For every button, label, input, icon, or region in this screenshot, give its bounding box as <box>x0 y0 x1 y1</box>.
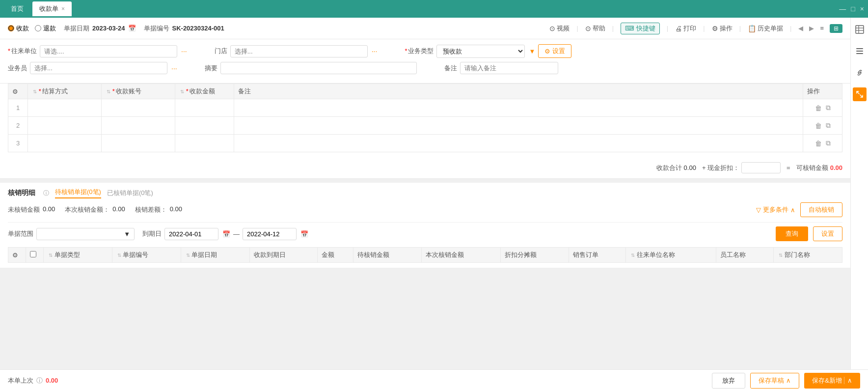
staff-label: 业务员 <box>8 64 27 73</box>
shortcut-btn[interactable]: ⌨ 快捷键 <box>621 23 660 34</box>
history-btn[interactable]: 📋 历史单据 <box>748 24 783 33</box>
settlement-cell-1[interactable] <box>28 99 102 117</box>
doc-num-field: 单据编号 SK-20230324-001 <box>144 24 224 33</box>
copy-row-2-btn[interactable]: ⧉ <box>826 121 831 130</box>
action-col-header: 操作 <box>803 84 842 99</box>
remark-label: 摘要 <box>205 64 217 73</box>
row-num-2: 2 <box>8 117 28 135</box>
auto-writeoff-btn[interactable]: 自动核销 <box>800 202 842 217</box>
settlement-cell-3[interactable] <box>28 135 102 152</box>
maximize-btn[interactable]: □ <box>851 5 855 13</box>
save-new-arrow-icon[interactable]: ∧ <box>844 377 852 384</box>
note-cell-1[interactable] <box>234 99 803 117</box>
amount-cell-2[interactable] <box>175 117 234 135</box>
business-type-select[interactable]: 预收款 <box>436 45 525 58</box>
menu-icon[interactable]: ≡ <box>820 25 824 32</box>
chevron-up-icon: ∧ <box>790 206 795 214</box>
settlement-col-header: ⇅ 结算方式 <box>28 84 102 99</box>
date-end-cal-icon[interactable]: 📅 <box>300 230 308 238</box>
done-tab[interactable]: 已核销单据(0笔) <box>107 189 153 197</box>
print-icon: 🖨 <box>675 25 682 32</box>
range-dropdown[interactable]: ▼ <box>36 228 135 240</box>
video-btn[interactable]: ⊙ 视频 <box>549 24 570 33</box>
wt-settings-header[interactable]: ⚙ <box>8 248 26 263</box>
radio-receive[interactable]: 收款 <box>8 24 29 33</box>
row-num-3: 3 <box>8 135 28 152</box>
note-label: 备注 <box>444 64 457 73</box>
wt-staff-header: 员工名称 <box>716 248 774 263</box>
form-settings-btn[interactable]: ⚙ 设置 <box>538 44 571 58</box>
sidebar-table-btn[interactable] <box>853 23 867 36</box>
this-time-stat: 本次核销金额： 0.00 <box>65 205 125 214</box>
minimize-btn[interactable]: — <box>839 5 846 13</box>
tab-receipt[interactable]: 收款单 × <box>32 1 72 16</box>
tab-home[interactable]: 首页 <box>4 1 30 16</box>
amount-cell-3[interactable] <box>175 135 234 152</box>
discount-field: + 现金折扣： <box>702 162 781 173</box>
discount-input[interactable] <box>741 162 781 173</box>
partner-input[interactable] <box>40 45 177 57</box>
expand-icon[interactable]: ⊞ <box>830 24 842 33</box>
note-cell-2[interactable] <box>234 117 803 135</box>
staff-input[interactable] <box>30 62 167 74</box>
delete-row-3-btn[interactable]: 🗑 <box>815 139 822 147</box>
store-input[interactable] <box>230 45 368 57</box>
settlement-cell-2[interactable] <box>28 117 102 135</box>
delete-row-2-btn[interactable]: 🗑 <box>815 121 822 130</box>
bottom-bar: 本单上次 ⓘ 0.00 放弃 保存草稿 ∧ 保存&新增 ∧ <box>0 369 868 391</box>
save-draft-btn[interactable]: 保存草稿 ∧ <box>751 373 799 388</box>
copy-row-1-btn[interactable]: ⧉ <box>826 104 831 112</box>
account-cell-3[interactable] <box>102 135 175 152</box>
close-window-btn[interactable]: × <box>860 5 864 13</box>
svg-rect-5 <box>856 51 863 52</box>
prev-next-value: 0.00 <box>46 377 58 384</box>
table-section: ⚙ ⇅ 结算方式 ⇅ 收款账号 ⇅ 收款金额 备注 <box>0 84 850 157</box>
note-input[interactable] <box>460 62 558 74</box>
link-icon <box>855 68 864 77</box>
nav-prev-icon[interactable]: ◀ <box>798 25 803 32</box>
wt-settings-icon[interactable]: ⚙ <box>12 251 18 259</box>
pending-tab[interactable]: 待核销单据(0笔) <box>55 188 101 198</box>
delete-row-1-btn[interactable]: 🗑 <box>815 104 822 112</box>
wt-this-time-header: 本次核销金额 <box>421 248 500 263</box>
store-more-btn[interactable]: ··· <box>372 47 378 55</box>
account-cell-1[interactable] <box>102 99 175 117</box>
wt-checkbox-header[interactable] <box>26 248 44 263</box>
print-btn[interactable]: 🖨 打印 <box>675 24 696 33</box>
sidebar-expand-btn[interactable] <box>853 87 867 101</box>
date-start-input[interactable] <box>164 228 218 240</box>
select-all-checkbox[interactable] <box>30 251 36 257</box>
table-settings-header[interactable]: ⚙ <box>8 84 28 99</box>
more-conditions-btn[interactable]: ▽ 更多条件 ∧ <box>756 205 795 214</box>
date-calendar-icon[interactable]: 📅 <box>128 25 136 32</box>
query-btn[interactable]: 查询 <box>776 226 808 241</box>
staff-more-btn[interactable]: ··· <box>171 64 177 72</box>
writeoff-info-icon[interactable]: ⓘ <box>43 189 49 197</box>
writeoff-section: 核销明细 ⓘ 待核销单据(0笔) 已核销单据(0笔) 未核销金额 0.00 本次… <box>0 183 850 268</box>
tab-bar-left: 首页 收款单 × <box>4 1 72 16</box>
sidebar-list-btn[interactable] <box>853 44 867 58</box>
discard-btn[interactable]: 放弃 <box>712 373 745 389</box>
table-settings-icon[interactable]: ⚙ <box>12 88 18 95</box>
note-cell-3[interactable] <box>234 135 803 152</box>
amount-cell-1[interactable] <box>175 99 234 117</box>
table-icon <box>855 25 864 34</box>
partner-more-btn[interactable]: ··· <box>181 47 187 55</box>
account-cell-2[interactable] <box>102 117 175 135</box>
writeoff-settings-btn[interactable]: 设置 <box>813 226 842 241</box>
date-end-input[interactable] <box>243 228 297 240</box>
writeoff-stats: 未核销金额 0.00 本次核销金额： 0.00 核销差额： 0.00 ▽ 更多条… <box>8 202 842 217</box>
business-type-arrow-icon[interactable]: ▼ <box>529 48 535 55</box>
radio-refund[interactable]: 退款 <box>35 24 56 33</box>
tab-close-icon[interactable]: × <box>61 5 65 12</box>
save-new-btn[interactable]: 保存&新增 ∧ <box>804 373 860 389</box>
copy-row-3-btn[interactable]: ⧉ <box>826 139 831 147</box>
filter-row: 单据范围 ▼ 到期日 📅 — 📅 查询 设置 <box>8 222 842 245</box>
operation-btn[interactable]: ⚙ 操作 <box>712 24 732 33</box>
nav-next-icon[interactable]: ▶ <box>809 25 814 32</box>
sidebar-link-btn[interactable] <box>853 66 867 80</box>
remark-input[interactable] <box>220 62 417 74</box>
date-start-cal-icon[interactable]: 📅 <box>222 230 230 238</box>
help-btn[interactable]: ⊙ 帮助 <box>585 24 605 33</box>
range-dropdown-icon: ▼ <box>124 230 130 238</box>
